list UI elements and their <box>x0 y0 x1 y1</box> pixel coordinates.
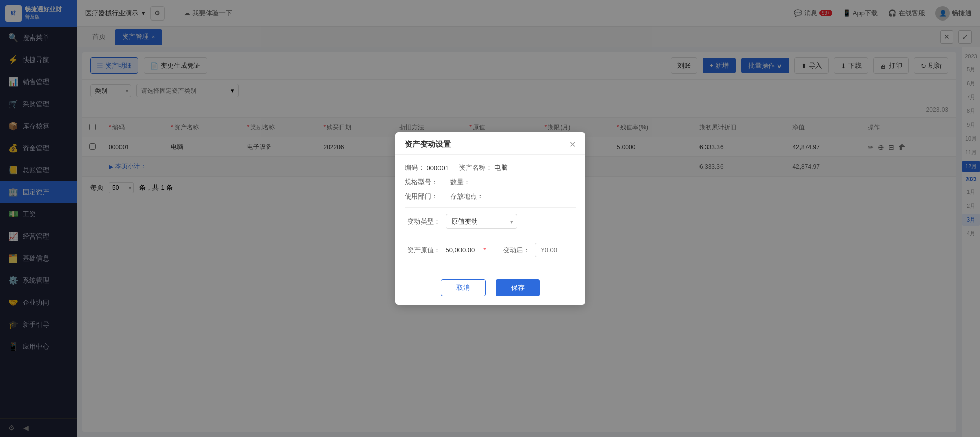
modal-dept-label: 使用部门： <box>405 192 438 201</box>
required-star: * <box>483 246 486 254</box>
modal-name-value: 电脑 <box>494 163 508 172</box>
modal-change-type-select-wrap[interactable]: 原值变动 使用部门变动 存放地点变动 <box>446 214 517 229</box>
modal-original-value-label: 资产原值： <box>405 246 441 255</box>
modal-change-type-label: 变动类型： <box>405 217 441 226</box>
modal-info-row-1: 编码： 000001 资产名称： 电脑 <box>405 163 576 172</box>
modal-title: 资产变动设置 <box>405 140 451 149</box>
modal-divider-2 <box>405 236 576 236</box>
modal-spec-label: 规格型号： <box>405 177 438 187</box>
modal-change-type-row: 变动类型： 原值变动 使用部门变动 存放地点变动 <box>405 214 576 229</box>
modal-location-label: 存放地点： <box>450 192 484 201</box>
modal-code-item: 编码： 000001 <box>405 163 449 172</box>
modal-close-button[interactable]: ✕ <box>569 140 576 149</box>
modal-qty-item: 数量： <box>450 177 472 187</box>
modal-qty-label: 数量： <box>450 177 470 187</box>
modal-divider-1 <box>405 207 576 208</box>
asset-change-modal: 资产变动设置 ✕ 编码： 000001 资产名称： 电脑 规格型号： <box>395 132 585 305</box>
modal-code-label: 编码： <box>405 163 425 172</box>
modal-name-label: 资产名称： <box>459 163 492 172</box>
modal-name-item: 资产名称： 电脑 <box>459 163 508 172</box>
modal-info-row-2: 规格型号： 数量： <box>405 177 576 187</box>
modal-after-input[interactable] <box>535 243 585 257</box>
modal-overlay: 资产变动设置 ✕ 编码： 000001 资产名称： 电脑 规格型号： <box>0 0 980 437</box>
modal-footer: 取消 保存 <box>395 273 585 305</box>
modal-after-label: 变动后： <box>494 246 530 255</box>
modal-original-value: 50,000.00 <box>446 246 475 254</box>
modal-body: 编码： 000001 资产名称： 电脑 规格型号： 数量： <box>395 155 585 273</box>
modal-info-row-3: 使用部门： 存放地点： <box>405 192 576 201</box>
modal-original-value-row: 资产原值： 50,000.00 * 变动后： <box>405 243 576 257</box>
modal-spec-item: 规格型号： <box>405 177 440 187</box>
save-button[interactable]: 保存 <box>496 279 540 296</box>
modal-code-value: 000001 <box>427 164 449 172</box>
modal-change-type-select[interactable]: 原值变动 使用部门变动 存放地点变动 <box>446 214 517 229</box>
modal-header: 资产变动设置 ✕ <box>395 132 585 155</box>
modal-dept-item: 使用部门： <box>405 192 440 201</box>
modal-location-item: 存放地点： <box>450 192 486 201</box>
cancel-button[interactable]: 取消 <box>441 279 486 296</box>
